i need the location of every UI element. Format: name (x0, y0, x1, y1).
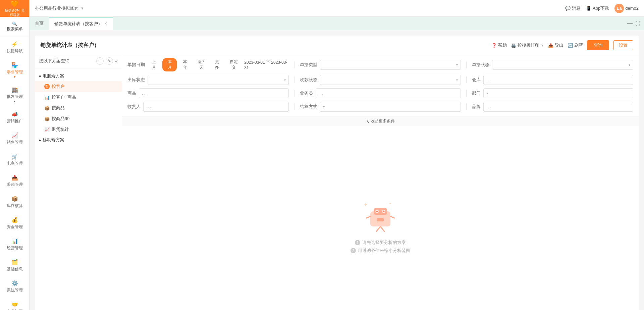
sales-icon: 📈 (11, 132, 18, 139)
tab-home[interactable]: 首页 (30, 17, 49, 30)
divider-3 (294, 76, 294, 83)
help-action[interactable]: ❓ 帮助 (491, 42, 507, 48)
collapse-bar[interactable]: ∧ 收起更多条件 (122, 116, 639, 126)
sidebar-item-quicknav[interactable]: ⚡ 快捷导航 (0, 37, 29, 58)
logo-icon: 🧡 (10, 0, 19, 8)
template-print-action[interactable]: 🖨️ 按模板打印 ▼ (511, 42, 544, 48)
add-scheme-btn[interactable]: + (96, 57, 104, 65)
retail-arrow: ▼ (13, 75, 16, 79)
doc-type-select[interactable]: ▾ (320, 60, 461, 70)
goods-select[interactable]: ... (139, 88, 289, 98)
doc-type-chevron: ▾ (456, 63, 458, 67)
sidebar-item-system[interactable]: ⚙️ 系统管理 (0, 276, 29, 297)
appdownload-label: App下载 (593, 5, 609, 11)
date-btn-last-7-days[interactable]: 近7天 (194, 58, 209, 71)
tab-sales-label: 销货单统计表（按客户） (54, 21, 102, 27)
payment-status-label: 收款状态 (300, 77, 317, 83)
tree-item-by-customer[interactable]: 客 按客户 (35, 81, 122, 92)
settlement-select[interactable]: ▾ (320, 102, 461, 112)
goods99-icon: 📦 (44, 116, 50, 121)
window-minimize-icon[interactable]: — (627, 20, 633, 27)
filter-col-brand: 品牌 ... (472, 102, 633, 112)
quicknav-icon: ⚡ (11, 41, 18, 47)
date-btn-last-month[interactable]: 上月 (148, 58, 160, 71)
filter-col-goods: 商品 ... (127, 88, 289, 98)
brand-select[interactable]: ... (483, 102, 633, 112)
tree-group-desktop-header[interactable]: ▾ 电脑端方案 (35, 71, 122, 81)
tree-children-desktop: 客 按客户 📊 按客户+商品 📦 按商品 (35, 81, 122, 135)
sidebar-item-basic[interactable]: 🗂️ 基础信息 (0, 255, 29, 276)
filter-col-out-status: 出库状态 ▾ (127, 75, 289, 85)
tree-item-by-customer-goods[interactable]: 📊 按客户+商品 (35, 92, 122, 103)
dept-label: 部门 (472, 90, 481, 96)
out-status-select[interactable]: ▾ (148, 75, 289, 85)
brand-dots: ... (486, 104, 492, 109)
filter-col-dept: 部门 ▾ (472, 88, 633, 98)
salesperson-select[interactable]: ... (316, 88, 461, 98)
settings-button[interactable]: 设置 (613, 40, 633, 50)
filter-col-payment-status: 收款状态 ▾ (300, 75, 461, 85)
dept-select[interactable]: ▾ (483, 88, 633, 98)
export-icon: 📤 (548, 43, 553, 48)
date-btn-this-month[interactable]: 本月 (162, 58, 176, 71)
group-arrow-icon: ▾ (39, 74, 41, 79)
filter-col-doc-type: 单据类型 ▾ (300, 60, 461, 70)
sidebar-item-enterprise[interactable]: 🤝 企业协同 (0, 297, 29, 310)
sidebar-search[interactable]: 🔍 搜索菜单 (0, 17, 29, 37)
doc-status-chevron: ▾ (629, 63, 630, 67)
inventory-label: 库存核算 (7, 203, 23, 209)
ecommerce-label: 电商管理 (7, 161, 23, 166)
export-action[interactable]: 📤 导出 (548, 42, 564, 48)
sidebar-item-wholesale[interactable]: 🏬 批发管理 ▲ (0, 83, 29, 107)
warehouse-label: 仓库 (472, 77, 481, 83)
settlement-label: 结算方式 (300, 104, 317, 110)
operations-icon: 📊 (11, 238, 18, 244)
topbar-appdownload[interactable]: 📱 App下载 (586, 5, 609, 11)
hint-1-text: 请先选择要分析的方案 (362, 240, 406, 246)
collapse-label: 收起更多条件 (371, 118, 395, 124)
topbar-dropdown[interactable]: ▾ (81, 6, 84, 11)
tree-item-return-stats[interactable]: 📈 退货统计 (35, 124, 122, 135)
edit-scheme-btn[interactable]: ✎ (106, 57, 113, 65)
date-btn-custom[interactable]: 自定义 (226, 58, 243, 71)
tree-item-by-goods-99[interactable]: 📦 按商品99 (35, 113, 122, 124)
payment-status-select[interactable]: ▾ (320, 75, 461, 85)
tab-close-icon[interactable]: ✕ (104, 21, 107, 26)
divider-6 (466, 90, 467, 97)
sidebar-item-retail[interactable]: 🏪 零售管理 ▼ (0, 58, 29, 83)
inventory-icon: 📦 (11, 196, 18, 202)
query-button[interactable]: 查询 (587, 40, 609, 50)
svg-text:✦: ✦ (389, 202, 391, 205)
collapse-panel-btn[interactable]: « (115, 58, 118, 64)
refresh-icon: 🔄 (568, 43, 573, 48)
sidebar-item-inventory[interactable]: 📦 库存核算 (0, 192, 29, 213)
doc-status-select[interactable]: ▾ (492, 60, 633, 70)
tab-sales-summary[interactable]: 销货单统计表（按客户） ✕ (49, 17, 113, 30)
wholesale-arrow: ▲ (13, 100, 16, 103)
logo[interactable]: 🧡 畅捷通好生意 标题版 (0, 0, 29, 17)
tree-group-mobile-header[interactable]: ▸ 移动端方案 (35, 135, 122, 145)
return-stats-label: 退货统计 (52, 126, 69, 133)
content-card: 销货单统计表（按客户） ❓ 帮助 🖨️ 按模板打印 ▼ 📤 导出 (35, 36, 639, 310)
return-icon: 📈 (44, 127, 50, 132)
refresh-action[interactable]: 🔄 刷新 (568, 42, 583, 48)
sidebar-item-purchase[interactable]: 📥 采购管理 (0, 170, 29, 192)
marketing-icon: 📣 (11, 111, 18, 117)
window-maximize-icon[interactable]: ⛶ (635, 21, 640, 26)
sidebar-item-marketing[interactable]: 📣 营销推广 (0, 107, 29, 128)
warehouse-select[interactable]: ... (483, 75, 633, 85)
recipient-select[interactable]: ... (143, 102, 289, 112)
goods-label: 商品 (127, 90, 136, 96)
tree-item-by-goods[interactable]: 📦 按商品 (35, 103, 122, 113)
topbar-user[interactable]: Ea demo2 (614, 4, 639, 13)
topbar-message[interactable]: 💬 消息 (565, 5, 581, 11)
svg-point-4 (376, 211, 378, 212)
sidebar-item-operations[interactable]: 📊 经营管理 (0, 234, 29, 255)
sidebar-item-finance[interactable]: 💰 资金管理 (0, 213, 29, 234)
out-status-chevron: ▾ (284, 78, 286, 82)
template-print-label: 按模板打印 (518, 42, 539, 48)
date-btn-more[interactable]: 更多 (211, 58, 223, 71)
sidebar-item-ecommerce[interactable]: 🛒 电商管理 (0, 149, 29, 170)
date-btn-this-year[interactable]: 本年 (179, 58, 192, 71)
sidebar-item-sales[interactable]: 📈 销售管理 (0, 128, 29, 149)
